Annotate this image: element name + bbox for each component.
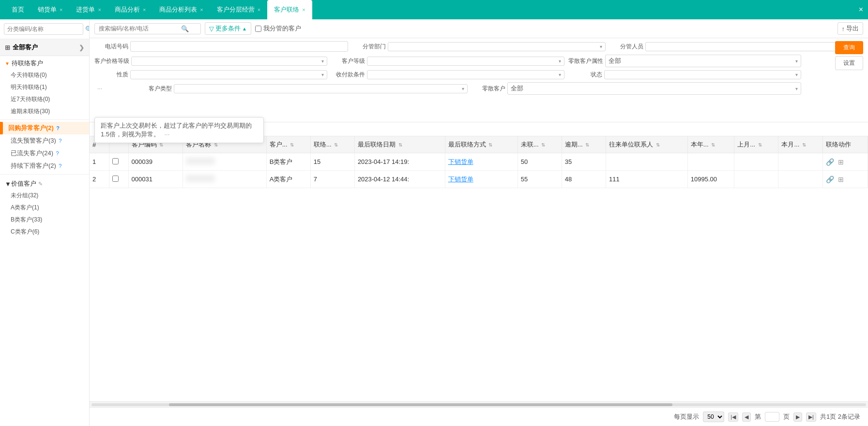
nav-item-analysis-list[interactable]: 商品分析列表 × [152, 0, 210, 19]
query-button[interactable]: 查询 [835, 41, 863, 54]
col-contact-person[interactable]: 往来单位联系人 ⇅ [606, 136, 687, 153]
search-icon[interactable]: 🔍 [181, 25, 189, 32]
nav-item-customer-segment[interactable]: 客户分层经营 × [210, 0, 267, 19]
col-this-year[interactable]: 本年... ⇅ [687, 136, 734, 153]
sort-icon-last-month: ⇅ [758, 142, 762, 147]
row2-checkbox[interactable] [109, 171, 128, 188]
filter-icon: ▽ [209, 25, 214, 32]
main-layout: 🔍 ⊞ 全部客户 ❯ ▼ 待联络客户 今天待联络(0) 明天待联络(1) 近7天… [0, 19, 868, 426]
phone-input[interactable] [130, 41, 348, 52]
row2-select[interactable] [112, 176, 119, 182]
page-input[interactable]: 1 [765, 412, 779, 422]
sidebar-item-today-pending[interactable]: 今天待联络(0) [0, 69, 89, 81]
already-lost-info-icon[interactable]: ? [56, 150, 59, 156]
sidebar-all-customers-header[interactable]: ⊞ 全部客户 ❯ [0, 39, 89, 56]
customer-level-select[interactable]: ▾ [367, 57, 564, 66]
row1-method-link[interactable]: 下销货单 [448, 158, 473, 165]
row1-qr-icon[interactable]: ⊞ [838, 158, 844, 166]
sidebar-item-repurchase-abnormal[interactable]: 回购异常客户(2) ? [0, 122, 89, 134]
sidebar-item-c-class[interactable]: C类客户(6) [0, 226, 89, 238]
row1-overdue: 35 [562, 153, 606, 171]
retail-customer-select[interactable]: 全部 ▾ [507, 82, 801, 95]
first-page-btn[interactable]: |◀ [728, 412, 738, 422]
sidebar-value-customers-group[interactable]: ▼ 价值客户 ✎ [0, 176, 89, 190]
sidebar-item-b-class[interactable]: B类客户(33) [0, 214, 89, 226]
next-page-btn[interactable]: ▶ [793, 412, 802, 422]
retail-attr-select[interactable]: 全部 ▾ [605, 55, 801, 67]
sidebar-pending-contact-group[interactable]: ▼ 待联络客户 [0, 56, 89, 69]
per-page-select[interactable]: 50 [703, 411, 724, 422]
col-last-contact-date[interactable]: 最后联络日期 ⇅ [354, 136, 445, 153]
col-last-contact-method[interactable]: 最后联络方式 ⇅ [445, 136, 518, 153]
sidebar-item-overdue-pending[interactable]: 逾期未联络(30) [0, 105, 89, 118]
window-close-button[interactable]: × [859, 5, 863, 14]
payment-terms-select[interactable]: ▾ [367, 70, 564, 79]
table-body: 1 000039 B类客户 15 2023-04-17 14:19: 下销货单 … [90, 153, 868, 188]
scroll-thumb[interactable] [169, 403, 672, 406]
col-overdue-days[interactable]: 逾期... ⇅ [562, 136, 606, 153]
col-uncontacted-days[interactable]: 未联... ⇅ [518, 136, 562, 153]
nav-close-customer-segment[interactable]: × [258, 7, 260, 13]
value-edit-icon[interactable]: ✎ [38, 181, 43, 187]
nav-close-analysis[interactable]: × [143, 7, 146, 13]
sidebar-item-a-class[interactable]: A类客户(1) [0, 202, 89, 214]
sidebar-item-tomorrow-pending[interactable]: 明天待联络(1) [0, 81, 89, 93]
sidebar-item-7days-pending[interactable]: 近7天待联络(0) [0, 93, 89, 105]
lost-prediction-info-icon[interactable]: ? [59, 138, 61, 144]
col-last-month[interactable]: 上月... ⇅ [734, 136, 778, 153]
row2-method-link[interactable]: 下销货单 [448, 176, 473, 183]
row2-link-icon[interactable]: 🔗 [826, 176, 834, 183]
nav-item-customer-contact[interactable]: 客户联络 × [267, 0, 312, 19]
row1-select[interactable] [112, 158, 119, 164]
sidebar-item-already-lost[interactable]: 已流失客户(24) ? [0, 147, 89, 160]
nav-close-customer-contact[interactable]: × [302, 7, 305, 13]
export-btn[interactable]: ↑ 导出 [838, 22, 864, 35]
nav-close-purchase[interactable]: × [98, 7, 101, 13]
row2-last-contact-method[interactable]: 下销货单 [445, 171, 518, 188]
retail-attr-value: 全部 [609, 57, 621, 65]
collapse-icon[interactable]: ❯ [79, 44, 84, 51]
col-customer-type[interactable]: 客户... ⇅ [266, 136, 310, 153]
nav-item-purchase[interactable]: 进货单 × [69, 0, 107, 19]
horizontal-scroll-bar[interactable] [90, 401, 868, 407]
nav-item-analysis[interactable]: 商品分析 × [108, 0, 152, 19]
nav-home[interactable]: 首页 [5, 0, 31, 19]
price-level-chevron: ▾ [321, 59, 324, 64]
repurchase-info-icon[interactable]: ? [56, 125, 60, 131]
prev-page-btn[interactable]: ◀ [742, 412, 751, 422]
row1-last-contact-method[interactable]: 下销货单 [445, 153, 518, 171]
status-select[interactable]: ▾ [604, 70, 801, 79]
sidebar-item-ungroup[interactable]: 未分组(32) [0, 190, 89, 202]
customer-type-select[interactable]: ▾ [174, 84, 468, 93]
sub-person-select[interactable]: ··· [645, 42, 863, 51]
row1-contact-count: 15 [310, 153, 354, 171]
total-records-label: 共1页 2条记录 [820, 412, 860, 421]
sidebar-search-input[interactable] [4, 23, 83, 35]
continuous-decline-info-icon[interactable]: ? [59, 163, 61, 169]
row2-overdue: 48 [562, 171, 606, 188]
price-level-select[interactable]: ▾ [131, 57, 327, 66]
nav-close-analysis-list[interactable]: × [200, 7, 203, 13]
more-conditions-btn[interactable]: ▽ 更多条件 ▲ [205, 22, 251, 35]
search-input[interactable] [99, 25, 181, 32]
row1-link-icon[interactable]: 🔗 [826, 158, 834, 166]
sidebar-item-continuous-decline[interactable]: 持续下滑客户(2) ? [0, 160, 89, 172]
sidebar-search-icon[interactable]: 🔍 [85, 26, 90, 33]
col-this-month[interactable]: 本月... ⇅ [778, 136, 822, 153]
last-page-btn[interactable]: ▶| [806, 412, 816, 422]
sort-icon-overdue: ⇅ [585, 142, 589, 147]
row1-checkbox[interactable] [109, 153, 128, 171]
sub-dept-select[interactable]: ▾ [388, 42, 606, 51]
nav-close-sales[interactable]: × [60, 7, 62, 13]
more-dots-btn[interactable]: ··· [94, 85, 105, 92]
sidebar-item-lost-prediction[interactable]: 流失预警客户(3) ? [0, 134, 89, 147]
nav-item-sales[interactable]: 销货单 × [31, 0, 69, 19]
gender-select[interactable]: ▾ [130, 70, 327, 79]
settings-button[interactable]: 设置 [835, 56, 863, 70]
my-customer-checkbox-area[interactable]: 我分管的客户 [255, 24, 301, 33]
row2-qr-icon[interactable]: ⊞ [838, 176, 844, 183]
col-contact-count[interactable]: 联络... ⇅ [310, 136, 354, 153]
filter-row-4: ··· 客户类型 ▾ 零散客户 全部 ▾ [94, 82, 863, 95]
price-level-label: 客户价格等级 [94, 57, 129, 65]
my-customer-checkbox[interactable] [255, 26, 261, 32]
